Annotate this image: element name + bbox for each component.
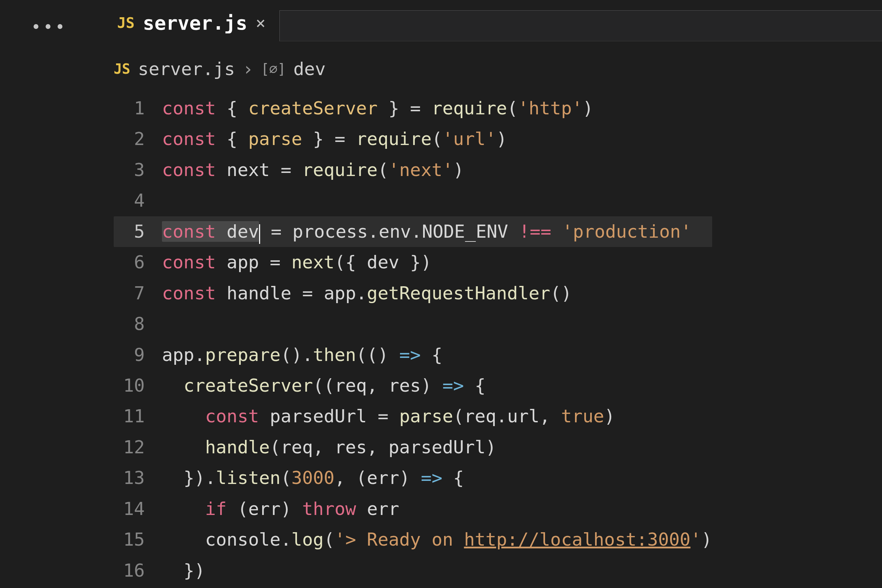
breadcrumb-symbol[interactable]: dev — [294, 58, 326, 79]
tab-bar-spacer — [279, 10, 882, 41]
line-number: 1 — [114, 93, 162, 124]
line-number: 17 — [114, 586, 162, 588]
code-line[interactable]: 15 console.log('> Ready on http://localh… — [114, 524, 712, 555]
editor-window: ••• JS server.js × JS server.js › [⌀] de… — [0, 0, 882, 588]
code-line[interactable]: 8 — [114, 309, 712, 339]
code-line[interactable]: 9 app.prepare().then(() => { — [114, 340, 712, 370]
code-line[interactable]: 16 }) — [114, 555, 712, 586]
code-line[interactable]: 14 if (err) throw err — [114, 494, 712, 524]
code-line[interactable]: 13 }).listen(3000, (err) => { — [114, 463, 712, 493]
line-number: 14 — [114, 494, 162, 524]
line-number: 2 — [114, 124, 162, 154]
symbol-variable-icon: [⌀] — [261, 61, 286, 77]
code-editor[interactable]: 1 const { createServer } = require('http… — [114, 93, 712, 588]
javascript-file-icon: JS — [114, 61, 130, 77]
line-number: 9 — [114, 340, 162, 370]
breadcrumb-file[interactable]: server.js — [138, 58, 235, 79]
line-number: 6 — [114, 247, 162, 278]
code-line[interactable]: 2 const { parse } = require('url') — [114, 124, 712, 154]
code-line-active[interactable]: 5 const dev = process.env.NODE_ENV !== '… — [114, 216, 712, 247]
code-line[interactable]: 17 }) — [114, 586, 712, 588]
code-line[interactable]: 4 — [114, 185, 712, 216]
tab-server-js[interactable]: JS server.js × — [104, 3, 279, 42]
breadcrumb[interactable]: JS server.js › [⌀] dev — [114, 58, 326, 79]
line-number: 16 — [114, 555, 162, 586]
line-number: 13 — [114, 463, 162, 493]
code-line[interactable]: 3 const next = require('next') — [114, 154, 712, 185]
code-line[interactable]: 7 const handle = app.getRequestHandler() — [114, 278, 712, 309]
line-number: 12 — [114, 432, 162, 463]
javascript-file-icon: JS — [117, 15, 135, 32]
code-line[interactable]: 1 const { createServer } = require('http… — [114, 93, 712, 124]
line-number: 15 — [114, 524, 162, 555]
code-line[interactable]: 11 const parsedUrl = parse(req.url, true… — [114, 401, 712, 432]
more-actions-icon[interactable]: ••• — [31, 17, 67, 36]
tab-filename: server.js — [143, 12, 248, 34]
line-number: 10 — [114, 370, 162, 401]
line-number: 11 — [114, 401, 162, 432]
line-number: 7 — [114, 278, 162, 309]
line-number: 8 — [114, 309, 162, 339]
code-line[interactable]: 6 const app = next({ dev }) — [114, 247, 712, 278]
close-tab-icon[interactable]: × — [256, 13, 266, 32]
code-line[interactable]: 12 handle(req, res, parsedUrl) — [114, 432, 712, 463]
line-number: 5 — [114, 216, 162, 247]
line-number: 3 — [114, 154, 162, 185]
code-line[interactable]: 10 createServer((req, res) => { — [114, 370, 712, 401]
localhost-link[interactable]: http://localhost:3000 — [464, 529, 690, 550]
chevron-right-icon: › — [243, 58, 253, 79]
text-cursor — [259, 224, 260, 244]
line-number: 4 — [114, 185, 162, 216]
tab-bar: JS server.js × — [104, 3, 882, 41]
